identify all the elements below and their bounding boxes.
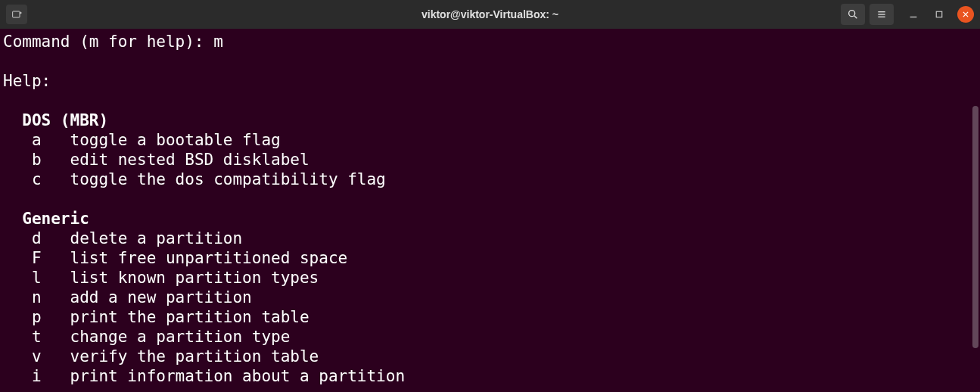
command-line: n add a new partition [3, 288, 252, 306]
terminal-output[interactable]: Command (m for help): m Help: DOS (MBR) … [0, 29, 980, 392]
prompt-line: Command (m for help): m [3, 33, 223, 51]
maximize-button[interactable] [932, 7, 947, 22]
minimize-icon [908, 9, 919, 20]
command-line: i print information about a partition [3, 367, 405, 385]
hamburger-icon [876, 8, 888, 20]
search-button[interactable] [841, 4, 865, 25]
svg-line-4 [854, 16, 857, 18]
section-title: Generic [3, 210, 89, 228]
new-tab-icon [11, 8, 23, 20]
svg-rect-9 [936, 11, 942, 17]
menu-button[interactable] [870, 4, 894, 25]
window-title: viktor@viktor-VirtualBox: ~ [422, 8, 558, 20]
titlebar-right [841, 4, 974, 25]
close-button[interactable] [957, 6, 974, 23]
command-line: l list known partition types [3, 269, 319, 287]
command-line: F list free unpartitioned space [3, 249, 347, 267]
maximize-icon [935, 10, 944, 19]
window-controls [906, 6, 974, 23]
command-line: v verify the partition table [3, 347, 319, 366]
minimize-button[interactable] [906, 7, 921, 22]
svg-point-3 [849, 11, 855, 17]
scrollbar[interactable] [972, 106, 978, 348]
command-line: b edit nested BSD disklabel [3, 151, 310, 169]
command-line: c toggle the dos compatibility flag [3, 170, 386, 188]
command-line: d delete a partition [3, 229, 242, 247]
close-icon [962, 11, 969, 18]
titlebar: viktor@viktor-VirtualBox: ~ [0, 0, 980, 29]
command-line: t change a partition type [3, 328, 290, 346]
help-header: Help: [3, 72, 51, 90]
svg-rect-0 [13, 11, 20, 17]
new-tab-button[interactable] [6, 5, 27, 24]
section-title: DOS (MBR) [3, 111, 108, 129]
titlebar-left [6, 5, 27, 24]
command-line: p print the partition table [3, 308, 310, 326]
search-icon [847, 8, 859, 20]
command-line: a toggle a bootable flag [3, 131, 281, 149]
